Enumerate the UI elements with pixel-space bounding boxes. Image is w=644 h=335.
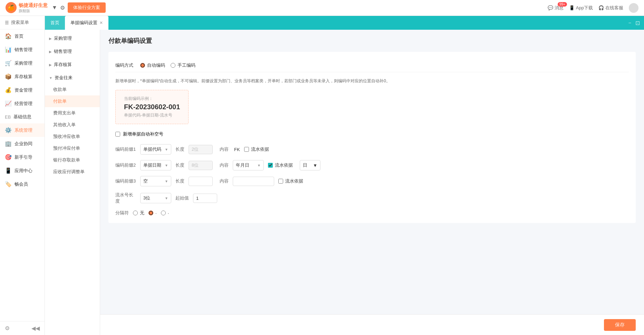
left-nav-panel: ▶ 采购管理 ▶ 销售管理 ▶ 库存核算: [45, 30, 100, 335]
sidebar-item-system[interactable]: ⚙️ 系统管理: [0, 123, 45, 137]
tab-home[interactable]: 首页: [45, 16, 65, 30]
save-button[interactable]: 保存: [604, 319, 636, 331]
search-icon: ☰: [5, 20, 9, 25]
manual-code-radio[interactable]: 手工编码: [171, 62, 195, 68]
separator-none-radio[interactable]: 无: [133, 210, 144, 216]
separator-dot-radio[interactable]: ·: [148, 211, 157, 216]
prefix2-label: 编码前缀2: [115, 162, 136, 168]
prefix3-content-label: 内容: [220, 178, 229, 184]
prefix3-label: 编码前缀3: [115, 178, 136, 184]
app-download-icon: 📱: [569, 5, 575, 10]
left-nav-item-bank-deposit[interactable]: 银行存取款单: [45, 154, 100, 166]
settings-card: 编码方式 自动编码 手工编码: [108, 52, 636, 223]
auto-code-radio-input[interactable]: [140, 63, 145, 68]
sidebar-item-capital[interactable]: 💰 资金管理: [0, 83, 45, 97]
separator-none-input[interactable]: [133, 211, 138, 215]
search-menu-button[interactable]: ☰ 搜索菜单: [0, 16, 45, 29]
sidebar-item-operation[interactable]: 📈 经营管理: [0, 97, 45, 110]
prefix3-stream-label[interactable]: 流水依据: [278, 178, 303, 184]
sidebar-item-sales[interactable]: 📊 销售管理: [0, 43, 45, 56]
auto-code-radio[interactable]: 自动编码: [140, 62, 165, 68]
prefix1-select[interactable]: 单据代码 ▼: [140, 144, 171, 155]
code-preview-desc: 单据代码-单据日期-流水号: [124, 112, 180, 118]
app-download-item[interactable]: 📱 App下载: [569, 5, 593, 11]
separator-slash-input[interactable]: [161, 211, 166, 215]
tab-maximize-icon[interactable]: ⊡: [635, 20, 640, 26]
prefix2-select[interactable]: 单据日期 ▼: [140, 160, 171, 170]
sidebar-item-purchase[interactable]: 🛒 采购管理: [0, 56, 45, 70]
chevron-down-icon: ▼: [165, 148, 168, 151]
collapse-icon[interactable]: ◀◀: [31, 325, 40, 332]
sidebar-item-label: 系统管理: [15, 127, 32, 133]
left-nav-group-inventory-title[interactable]: ▶ 库存核算: [45, 59, 100, 71]
experience-button[interactable]: 体验行业方案: [68, 2, 106, 13]
sidebar-item-label: 资金管理: [15, 87, 32, 93]
prefix3-stream-checkbox[interactable]: [278, 179, 283, 184]
prefix1-stream-label[interactable]: 流水依据: [244, 146, 269, 152]
tab-minimize-icon[interactable]: －: [627, 19, 633, 27]
message-item[interactable]: 💬 消息 99+: [548, 5, 564, 11]
sidebar-item-membership[interactable]: 🏷️ 畅会员: [0, 177, 45, 191]
left-nav-item-expense[interactable]: 费用支出单: [45, 107, 100, 119]
serial-length-select[interactable]: 3位 ▼: [140, 193, 171, 203]
left-nav-group-sales-title[interactable]: ▶ 销售管理: [45, 46, 100, 57]
top-bar-right: 💬 消息 99+ 📱 App下载 🎧 在线客服: [548, 3, 638, 13]
settings-gear-button[interactable]: ⚙: [60, 4, 65, 11]
prefix2-stream-label[interactable]: 流水依据: [268, 162, 293, 168]
chevron-down-icon: ▼: [257, 164, 261, 167]
auto-fill-label: 新增单据自动补空号: [123, 131, 163, 137]
sidebar-item-label: 基础信息: [13, 114, 31, 120]
prefix3-select[interactable]: 空 ▼: [140, 176, 171, 186]
separator-slash-radio[interactable]: ·: [161, 211, 169, 216]
group-label: 销售管理: [54, 48, 72, 55]
expand-arrow-button[interactable]: ▼: [52, 4, 57, 11]
chevron-right-icon: ▶: [49, 50, 52, 54]
start-value-input[interactable]: [193, 194, 217, 203]
tab-home-label: 首页: [50, 20, 59, 26]
sidebar-item-inventory[interactable]: 📦 库存核算: [0, 70, 45, 83]
left-nav-group-capital-title[interactable]: ▼ 资金往来: [45, 72, 100, 84]
online-service-item[interactable]: 🎧 在线客服: [598, 5, 623, 11]
tab-encoding-settings[interactable]: 单据编码设置 ✕: [65, 16, 108, 30]
sidebar-item-enterprise[interactable]: 🏢 企业协同: [0, 137, 45, 150]
sidebar-item-home[interactable]: 🏠 首页: [0, 29, 45, 43]
search-menu-label: 搜索菜单: [11, 19, 29, 26]
group-label: 采购管理: [54, 35, 72, 41]
auto-fill-checkbox[interactable]: [115, 132, 120, 137]
auto-code-label: 自动编码: [147, 62, 165, 68]
chevron-down-icon: ▼: [313, 163, 317, 168]
tab-close-icon[interactable]: ✕: [99, 20, 103, 25]
prefix1-value: 单据代码: [143, 146, 161, 152]
enterprise-icon: 🏢: [5, 140, 12, 147]
left-nav-item-payment[interactable]: 付款单: [45, 95, 100, 107]
sidebar-item-base[interactable]: EB 基础信息: [0, 110, 45, 123]
encoding-method-row: 编码方式 自动编码 手工编码: [115, 59, 629, 72]
inventory-icon: 📦: [5, 73, 12, 80]
sidebar-item-guide[interactable]: 🎯 新手引导: [0, 150, 45, 164]
sidebar-item-app-center[interactable]: 📱 应用中心: [0, 164, 45, 177]
manual-code-radio-input[interactable]: [171, 63, 175, 68]
user-avatar[interactable]: [629, 3, 638, 13]
left-nav-item-other-income[interactable]: 其他收入单: [45, 119, 100, 131]
left-nav-item-receivable-payable[interactable]: 应收应付调整单: [45, 166, 100, 178]
prefix2-period-select[interactable]: 日 ▼: [300, 160, 320, 170]
serial-length-label: 流水号长度: [115, 192, 136, 204]
left-nav-item-receipt[interactable]: 收款单: [45, 84, 100, 95]
separator-dot-input[interactable]: [148, 211, 153, 215]
prefix3-content-input[interactable]: [233, 177, 274, 186]
sidebar-item-label: 企业协同: [15, 141, 32, 147]
prefix1-content-value: FK: [234, 147, 240, 152]
prefix2-content-select[interactable]: 年月日 ▼: [233, 160, 264, 170]
prefix2-stream-text: 流水依据: [275, 162, 293, 168]
prefix2-row: 编码前缀2 单据日期 ▼ 长度 内容 年月日 ▼: [115, 160, 629, 170]
separator-dot-label: ·: [155, 211, 157, 216]
prefix1-stream-checkbox[interactable]: [244, 147, 249, 152]
logo-area: 🍊 畅捷通好生意 旗舰版: [6, 2, 48, 13]
left-nav-group-purchase-title[interactable]: ▶ 采购管理: [45, 32, 100, 44]
left-nav-item-advance-receivable[interactable]: 预收冲应收单: [45, 131, 100, 142]
settings-bottom-icon[interactable]: ⚙: [5, 325, 10, 332]
prefix2-stream-checkbox[interactable]: [268, 163, 273, 168]
prefix3-length-input[interactable]: [189, 177, 213, 186]
left-nav-item-advance-payable[interactable]: 预付冲应付单: [45, 142, 100, 154]
sidebar-item-label: 采购管理: [15, 60, 32, 66]
